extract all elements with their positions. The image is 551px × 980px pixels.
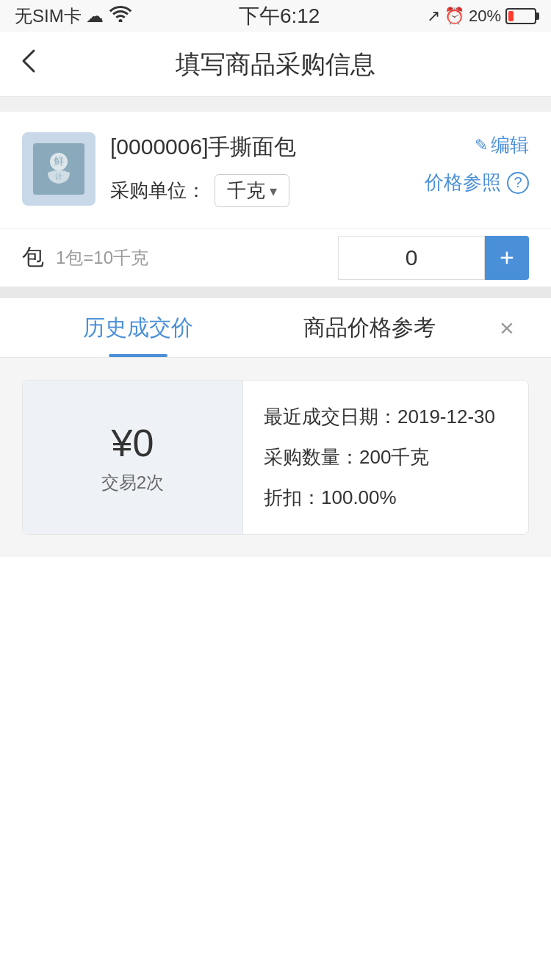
package-unit-label: 包: [22, 242, 44, 273]
product-unit-row: 采购单位： 千克 ▾: [110, 174, 296, 207]
header: 填写商品采购信息: [0, 32, 551, 97]
product-image-inner: 鲜 计: [33, 143, 84, 195]
svg-text:计: 计: [55, 173, 62, 181]
unit-label-text: 采购单位：: [110, 178, 206, 203]
battery-icon: [505, 8, 536, 24]
transaction-details: 最近成交日期：2019-12-30 采购数量：200千克 折扣：100.00%: [243, 381, 528, 534]
quantity-row: 包 1包=10千克 +: [0, 228, 551, 287]
status-time: 下午6:12: [239, 2, 320, 30]
quantity-input[interactable]: [338, 236, 485, 280]
battery-fill: [508, 11, 514, 21]
edit-button[interactable]: ✎ 编辑: [475, 132, 529, 158]
bottom-area: [0, 557, 551, 980]
unit-value: 千克: [227, 178, 265, 203]
price-ref-button[interactable]: 价格参照 ?: [425, 170, 529, 195]
status-indicators: ↗ ⏰ 20%: [427, 7, 536, 26]
quantity-controls: +: [338, 236, 529, 280]
unit-selector[interactable]: 千克 ▾: [215, 174, 289, 207]
discount-value: 100.00%: [321, 486, 397, 508]
product-image: 鲜 计: [22, 132, 96, 206]
tabs-bar: 历史成交价 商品价格参考 ×: [0, 298, 551, 358]
tab-product-price-ref[interactable]: 商品价格参考: [253, 298, 485, 357]
product-left: 鲜 计 [0000006]手撕面包 采购单位： 千克 ▾: [22, 132, 296, 207]
tab-active-indicator: [109, 354, 168, 357]
transaction-date-row: 最近成交日期：2019-12-30: [264, 403, 508, 431]
location-icon: ↗: [427, 7, 440, 26]
tab-price-ref-label: 商品价格参考: [303, 313, 436, 343]
tab-history-price[interactable]: 历史成交价: [22, 298, 253, 357]
transaction-price: ¥0: [112, 421, 154, 465]
transaction-discount-row: 折扣：100.00%: [264, 483, 508, 512]
transaction-count: 交易2次: [101, 471, 164, 494]
transaction-qty-row: 采购数量：200千克: [264, 443, 508, 472]
svg-text:鲜: 鲜: [54, 155, 64, 167]
status-carrier: 无SIM卡 ☁: [15, 4, 132, 28]
price-symbol: ¥: [112, 422, 133, 464]
product-top: 鲜 计 [0000006]手撕面包 采购单位： 千克 ▾ ✎ 编: [22, 132, 529, 207]
edit-icon: ✎: [475, 136, 488, 155]
section-divider: [0, 287, 551, 298]
panel-content: ¥0 交易2次 最近成交日期：2019-12-30 采购数量：200千克 折扣：…: [0, 358, 551, 557]
status-bar: 无SIM卡 ☁ 下午6:12 ↗ ⏰ 20%: [0, 0, 551, 32]
price-amount: 0: [133, 422, 154, 464]
transaction-price-section: ¥0 交易2次: [23, 381, 243, 534]
page-title: 填写商品采购信息: [176, 48, 375, 82]
quantity-plus-button[interactable]: +: [485, 236, 529, 280]
product-name: [0000006]手撕面包: [110, 132, 296, 162]
dropdown-arrow-icon: ▾: [270, 182, 277, 200]
back-button[interactable]: [21, 48, 37, 81]
tab-history-label: 历史成交价: [83, 313, 193, 343]
qty-label: 采购数量：: [264, 446, 359, 468]
wifi-icon: [109, 6, 132, 26]
panel-close-button[interactable]: ×: [485, 306, 529, 350]
price-ref-label: 价格参照: [425, 170, 501, 195]
close-icon: ×: [500, 314, 514, 342]
transaction-card: ¥0 交易2次 最近成交日期：2019-12-30 采购数量：200千克 折扣：…: [22, 380, 529, 535]
qty-value: 200千克: [359, 446, 429, 468]
carrier-text: 无SIM卡 ☁: [15, 4, 104, 28]
alarm-icon: ⏰: [444, 7, 464, 26]
edit-label: 编辑: [491, 132, 529, 158]
date-value: 2019-12-30: [397, 406, 495, 428]
product-right: ✎ 编辑 价格参照 ?: [425, 132, 529, 195]
help-icon[interactable]: ?: [507, 172, 529, 194]
discount-label: 折扣：: [264, 486, 321, 508]
date-label: 最近成交日期：: [264, 406, 397, 428]
unit-hint-text: 1包=10千克: [56, 246, 148, 270]
product-card: 鲜 计 [0000006]手撕面包 采购单位： 千克 ▾ ✎ 编: [0, 112, 551, 228]
battery-percent: 20%: [469, 7, 501, 26]
product-info: [0000006]手撕面包 采购单位： 千克 ▾: [110, 132, 296, 207]
